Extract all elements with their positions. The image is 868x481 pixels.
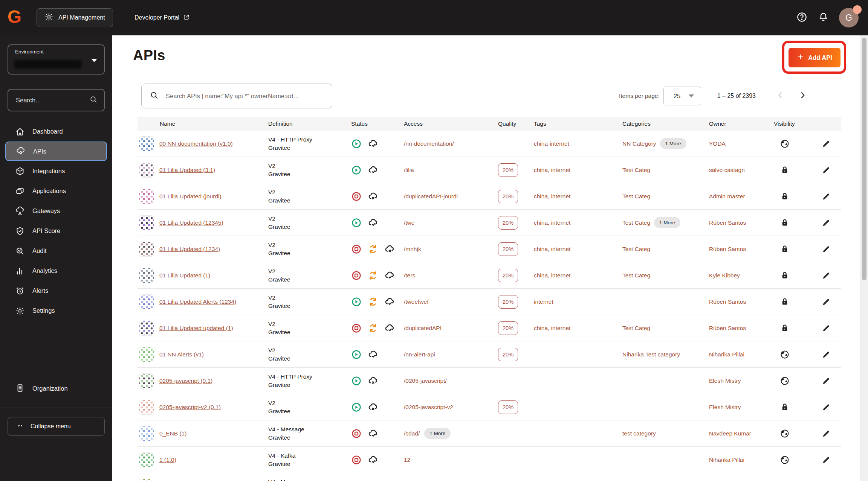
sidebar-item-applications[interactable]: Applications bbox=[0, 181, 112, 201]
sidebar-item-api-score[interactable]: API Score bbox=[0, 221, 112, 241]
edit-button[interactable] bbox=[821, 376, 831, 386]
api-row[interactable]: 0_ENB (1)V4 - MessageGravitee/sdad/1 Mor… bbox=[138, 420, 841, 447]
developer-portal-link[interactable]: Developer Portal bbox=[134, 0, 190, 35]
tags-text: china, internet bbox=[534, 325, 570, 332]
api-name-link[interactable]: 0205-javascript-v2 (0.1) bbox=[159, 403, 221, 411]
tags-cell bbox=[529, 368, 618, 394]
api-row[interactable]: 01 Lilia Updated (1)V2Gravitee/ters20%ch… bbox=[138, 262, 841, 289]
name-cell: 01 Lilia Updated (jourdi) bbox=[138, 183, 264, 209]
pencil-icon bbox=[821, 402, 831, 412]
edit-button[interactable] bbox=[821, 455, 831, 465]
api-name-link[interactable]: 0205-javascript (0.1) bbox=[159, 377, 212, 385]
sidebar-item-organization[interactable]: Organization bbox=[0, 379, 112, 399]
api-name-link[interactable]: 01 NN Alerts (v1) bbox=[159, 350, 204, 358]
sidebar-search-input[interactable] bbox=[15, 96, 89, 104]
api-name-link[interactable]: 0_ENB (1) bbox=[159, 429, 186, 437]
api-row[interactable]: 01 Lilia Updated (1234)V2Gravitee/mnhjk2… bbox=[138, 236, 841, 262]
api-name-link[interactable]: 01 Lilia Updated (1) bbox=[159, 271, 210, 279]
sidebar-item-integrations[interactable]: Integrations bbox=[0, 161, 112, 181]
access-cell: /sdad/1 More bbox=[399, 420, 494, 446]
api-row[interactable]: 01 Lilia Updated updated (1)V2Gravitee/d… bbox=[138, 315, 841, 341]
owner-cell: Niharika Pillai bbox=[704, 341, 769, 367]
api-name-link[interactable]: 01 Lilia Updated updated (1) bbox=[159, 324, 233, 332]
api-row[interactable]: 01 NN Alerts (v1)V2Gravitee/nn-alert-api… bbox=[138, 341, 841, 368]
cloud-check-icon bbox=[384, 297, 395, 307]
notifications-button[interactable] bbox=[818, 11, 829, 24]
help-button[interactable] bbox=[796, 11, 808, 24]
api-row[interactable]: 01 Lilia Updated (12345)V2Gravitee/twe20… bbox=[138, 210, 841, 236]
edit-button[interactable] bbox=[821, 350, 831, 359]
sidebar-search[interactable] bbox=[8, 89, 105, 111]
tags-text: china, internet bbox=[534, 219, 570, 226]
definition-cell: V4 - MessageGravitee bbox=[264, 473, 347, 481]
sidebar-item-analytics[interactable]: Analytics bbox=[0, 261, 112, 281]
sidebar-item-apis[interactable]: APIs bbox=[5, 142, 107, 161]
quality-badge: 20% bbox=[498, 321, 518, 335]
definition-cell: V2Gravitee bbox=[264, 341, 347, 367]
gravitee-logo[interactable]: G bbox=[8, 6, 21, 28]
stop-icon bbox=[351, 428, 362, 439]
play-icon bbox=[351, 349, 362, 360]
api-row[interactable]: 01 Lilia Updated (3.1)V2Gravitee/lilia20… bbox=[138, 157, 841, 183]
edit-button[interactable] bbox=[821, 429, 831, 438]
categories-text: Test Categ bbox=[622, 272, 650, 279]
sidebar-item-alerts[interactable]: Alerts bbox=[0, 281, 112, 301]
page-scrollbar[interactable] bbox=[860, 35, 868, 481]
items-per-page-select[interactable]: 25 bbox=[663, 87, 701, 105]
api-row[interactable]: V4 - MessageGravitee bbox=[138, 473, 841, 481]
api-name-link[interactable]: 01 Lilia Updated (3.1) bbox=[159, 166, 215, 174]
tags-cell: china, internet bbox=[529, 210, 618, 236]
question-icon bbox=[796, 11, 808, 23]
more-chip[interactable]: 1 More bbox=[424, 428, 451, 439]
quality-cell: 20% bbox=[494, 210, 529, 236]
visibility-cell bbox=[769, 341, 802, 367]
api-row[interactable]: 00 NN-documentation (v1.0)V4 - HTTP Prox… bbox=[138, 131, 841, 157]
sidebar-item-dashboard[interactable]: Dashboard bbox=[0, 122, 112, 142]
api-name-link[interactable]: 01 Lilia Updated (jourdi) bbox=[159, 192, 222, 200]
api-row[interactable]: 01 Lilia Updated Alerts (1234)V2Gravitee… bbox=[138, 289, 841, 315]
edit-button[interactable] bbox=[821, 139, 831, 149]
api-row[interactable]: 0205-javascript (0.1)V4 - HTTP ProxyGrav… bbox=[138, 368, 841, 394]
api-search[interactable] bbox=[141, 84, 332, 108]
categories-text: Test Categ bbox=[622, 246, 650, 253]
sidebar-item-label: Organization bbox=[32, 385, 68, 392]
quality-cell: 20% bbox=[494, 289, 529, 315]
lock-icon bbox=[780, 402, 790, 412]
access-cell bbox=[399, 473, 494, 481]
environment-selector[interactable]: Environment bbox=[8, 44, 105, 75]
api-name-link[interactable]: 01 Lilia Updated (1234) bbox=[159, 245, 220, 253]
api-row[interactable]: 0205-javascript-v2 (0.1)V2Gravitee/0205-… bbox=[138, 394, 841, 420]
sidebar-item-settings[interactable]: Settings bbox=[0, 301, 112, 321]
quality-cell bbox=[494, 131, 529, 157]
edit-button[interactable] bbox=[821, 218, 831, 228]
user-avatar[interactable]: G bbox=[839, 8, 859, 27]
edit-button[interactable] bbox=[821, 297, 831, 307]
add-api-button[interactable]: Add API bbox=[789, 48, 840, 67]
api-name-link[interactable]: 00 NN-documentation (v1.0) bbox=[159, 140, 233, 148]
owner-cell: Admin master bbox=[704, 183, 769, 209]
api-name-link[interactable]: 01 Lilia Updated (12345) bbox=[159, 219, 223, 227]
sidebar-item-gateways[interactable]: Gateways bbox=[0, 201, 112, 221]
more-chip[interactable]: 1 More bbox=[654, 217, 680, 228]
edit-button[interactable] bbox=[821, 165, 831, 175]
sidebar-item-audit[interactable]: Audit bbox=[0, 241, 112, 261]
edit-button[interactable] bbox=[821, 271, 831, 280]
edit-button[interactable] bbox=[821, 192, 831, 201]
search-icon bbox=[89, 95, 98, 104]
collapse-menu-button[interactable]: Collapse menu bbox=[8, 417, 105, 436]
status-cell bbox=[347, 368, 399, 394]
edit-button[interactable] bbox=[821, 402, 831, 412]
edit-button[interactable] bbox=[821, 244, 831, 254]
next-page-button[interactable] bbox=[798, 90, 808, 102]
api-name-link[interactable]: 1 (1.0) bbox=[159, 456, 176, 464]
more-chip[interactable]: 1 More bbox=[660, 138, 686, 149]
api-search-input[interactable] bbox=[165, 92, 326, 100]
app-switcher-button[interactable]: API Management bbox=[37, 8, 113, 27]
edit-button[interactable] bbox=[821, 323, 831, 333]
api-name-link[interactable]: 01 Lilia Updated Alerts (1234) bbox=[159, 298, 236, 306]
scrollbar-thumb[interactable] bbox=[862, 38, 866, 280]
api-row[interactable]: 1 (1.0)V4 - KafkaGravitee12Niharika Pill… bbox=[138, 447, 841, 473]
api-row[interactable]: 01 Lilia Updated (jourdi)V2Gravitee/dupl… bbox=[138, 183, 841, 210]
access-cell: /nn-alert-api bbox=[399, 341, 494, 367]
pencil-icon bbox=[821, 323, 831, 333]
